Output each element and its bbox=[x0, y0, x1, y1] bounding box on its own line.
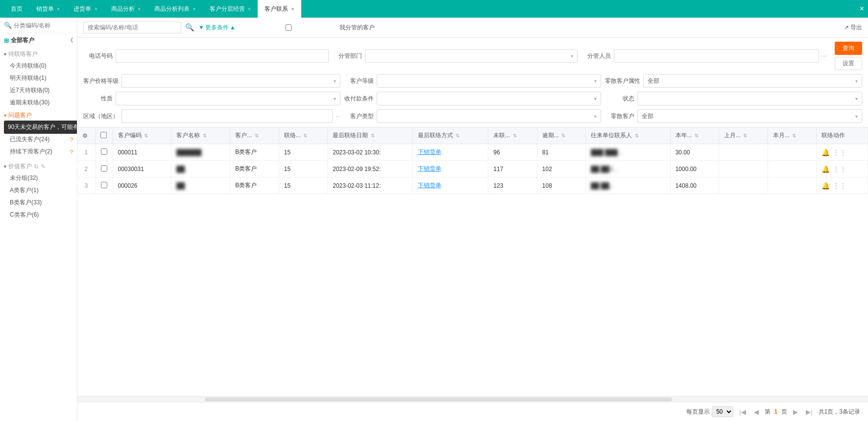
row-checkbox-0[interactable] bbox=[95, 144, 113, 161]
sort-overdue-icon[interactable]: ⇅ bbox=[561, 133, 565, 138]
sort-type-icon[interactable]: ⇅ bbox=[255, 133, 259, 138]
refresh-icon[interactable]: ↻ bbox=[34, 163, 39, 170]
nav-sales-order[interactable]: 销货单 × bbox=[29, 0, 67, 18]
more-conditions-btn[interactable]: ▼ 更多条件 ▲ bbox=[198, 24, 236, 32]
settings-button[interactable]: 设置 bbox=[835, 57, 862, 70]
sort-this-month-icon[interactable]: ⇅ bbox=[792, 133, 796, 138]
row-checkbox-1[interactable] bbox=[95, 161, 113, 177]
nav-customer-tier[interactable]: 客户分层经营 × bbox=[203, 0, 258, 18]
sort-no-contact-icon[interactable]: ⇅ bbox=[513, 133, 517, 138]
sidebar-item-b-class[interactable]: B类客户(33) bbox=[0, 197, 77, 209]
col-last-month[interactable]: 上月... ⇅ bbox=[719, 127, 768, 144]
contact-icon-0[interactable]: 🔔 bbox=[821, 149, 830, 156]
col-last-date[interactable]: 最后联络日期 ⇅ bbox=[328, 127, 412, 144]
close-customer-tier[interactable]: × bbox=[248, 6, 251, 12]
first-page-btn[interactable]: |◀ bbox=[737, 407, 747, 417]
group-pending-contact[interactable]: ▾ 待联络客户 bbox=[0, 48, 77, 60]
sidebar-item-declining[interactable]: 持续下滑客户(2) ? bbox=[0, 146, 77, 158]
my-customers-checkbox[interactable] bbox=[240, 25, 338, 31]
close-purchase-order[interactable]: × bbox=[94, 6, 97, 12]
export-button[interactable]: ↗ 导出 bbox=[844, 24, 862, 32]
sort-contact-person-icon[interactable]: ⇅ bbox=[635, 133, 639, 138]
edit-icon[interactable]: ✎ bbox=[41, 163, 46, 170]
more-action-icon-0[interactable]: ⋮⋮ bbox=[833, 149, 846, 156]
col-no-contact[interactable]: 未联... ⇅ bbox=[488, 127, 537, 144]
col-this-month[interactable]: 本月... ⇅ bbox=[768, 127, 817, 144]
customer-type-select[interactable]: ▾ bbox=[377, 109, 602, 123]
sort-last-date-icon[interactable]: ⇅ bbox=[371, 133, 375, 138]
group-problem-customers[interactable]: ▾ 问题客户 bbox=[0, 109, 77, 121]
my-customers-checkbox-area[interactable]: 我分管的客户 bbox=[240, 24, 375, 32]
sidebar-item-tomorrow[interactable]: 明天待联络(1) bbox=[0, 72, 77, 84]
col-code[interactable]: 客户编码 ⇅ bbox=[113, 127, 171, 144]
payment-select[interactable]: ▾ bbox=[377, 92, 602, 105]
nav-product-analysis[interactable]: 商品分析 × bbox=[104, 0, 147, 18]
gender-select[interactable]: ▾ bbox=[116, 92, 340, 105]
sidebar-item-overdue-contact[interactable]: 逾期未联络(30) bbox=[0, 97, 77, 109]
horizontal-scrollbar[interactable] bbox=[77, 396, 868, 402]
phone-input[interactable] bbox=[116, 49, 329, 63]
nav-purchase-order[interactable]: 进货单 × bbox=[67, 0, 104, 18]
dept-select[interactable]: ▾ bbox=[365, 49, 578, 63]
close-sales-order[interactable]: × bbox=[57, 6, 60, 12]
nav-product-analysis-list[interactable]: 商品分析列表 × bbox=[147, 0, 202, 18]
col-this-year[interactable]: 本年... ⇅ bbox=[670, 127, 719, 144]
prev-page-btn[interactable]: ◀ bbox=[752, 407, 761, 417]
row-last-method-0[interactable]: 下销货单 bbox=[412, 144, 488, 161]
col-name[interactable]: 客户名称 ⇅ bbox=[171, 127, 230, 144]
sidebar-item-ungrouped[interactable]: 未分组(32) bbox=[0, 172, 77, 184]
more-action-icon-1[interactable]: ⋮⋮ bbox=[833, 165, 846, 173]
col-type[interactable]: 客户... ⇅ bbox=[230, 127, 279, 144]
contact-icon-1[interactable]: 🔔 bbox=[821, 165, 830, 173]
region-select[interactable] bbox=[121, 109, 333, 123]
collapse-btn[interactable]: 《 bbox=[68, 37, 73, 44]
col-contact[interactable]: 联络... ⇅ bbox=[279, 127, 328, 144]
col-contact-person[interactable]: 往来单位联系人 ⇅ bbox=[586, 127, 670, 144]
search-button[interactable]: 🔍 bbox=[185, 23, 194, 32]
close-product-analysis[interactable]: × bbox=[138, 6, 141, 12]
next-page-btn[interactable]: ▶ bbox=[791, 407, 800, 417]
retail-attr-select[interactable]: 全部 ▾ bbox=[643, 74, 862, 88]
last-page-btn[interactable]: ▶| bbox=[804, 407, 814, 417]
select-all-checkbox[interactable] bbox=[100, 132, 107, 138]
region-more-btn[interactable]: ··· bbox=[336, 113, 340, 120]
col-overdue[interactable]: 逾期... ⇅ bbox=[537, 127, 586, 144]
price-level-select[interactable]: ▾ bbox=[121, 74, 340, 88]
row-last-method-1[interactable]: 下销货单 bbox=[412, 161, 488, 177]
nav-home[interactable]: 首页 bbox=[4, 0, 29, 18]
contact-icon-2[interactable]: 🔔 bbox=[821, 182, 830, 190]
row-index-0: 1 bbox=[77, 144, 95, 161]
sidebar-item-c-class[interactable]: C类客户(6) bbox=[0, 209, 77, 221]
query-button[interactable]: 查询 bbox=[835, 42, 862, 55]
sort-name-icon[interactable]: ⇅ bbox=[203, 133, 207, 138]
sort-code-icon[interactable]: ⇅ bbox=[144, 133, 148, 138]
customer-level-select[interactable]: ▾ bbox=[377, 74, 602, 88]
close-product-analysis-list[interactable]: × bbox=[193, 6, 195, 12]
more-action-icon-2[interactable]: ⋮⋮ bbox=[833, 182, 846, 190]
sort-last-method-icon[interactable]: ⇅ bbox=[456, 133, 459, 138]
sidebar-item-churned[interactable]: 已流失客户(24) ? bbox=[0, 133, 77, 146]
search-input[interactable] bbox=[83, 22, 181, 33]
retail-customer-select[interactable]: 全部 ▾ bbox=[637, 109, 862, 123]
all-customers-header[interactable]: ⊞ 全部客户 《 bbox=[0, 33, 77, 48]
status-select[interactable]: ▾ bbox=[637, 92, 862, 105]
sort-this-year-icon[interactable]: ⇅ bbox=[695, 133, 699, 138]
manager-more-btn[interactable]: ··· bbox=[822, 52, 827, 59]
nav-customer-contact[interactable]: 客户联系 × bbox=[258, 0, 301, 18]
row-last-method-2[interactable]: 下销货单 bbox=[412, 177, 488, 194]
sort-contact-icon[interactable]: ⇅ bbox=[303, 133, 307, 138]
sidebar-item-a-class[interactable]: A类客户(1) bbox=[0, 184, 77, 197]
close-all-button[interactable]: × bbox=[860, 4, 864, 13]
close-customer-contact[interactable]: × bbox=[291, 6, 294, 12]
per-page-select[interactable]: 50 bbox=[712, 406, 733, 417]
settings-icon[interactable]: ⚙ bbox=[82, 132, 88, 139]
row-checkbox-2[interactable] bbox=[95, 177, 113, 194]
sort-last-month-icon[interactable]: ⇅ bbox=[743, 133, 747, 138]
sidebar-item-today[interactable]: 今天待联络(0) bbox=[0, 60, 77, 72]
col-last-method[interactable]: 最后联络方式 ⇅ bbox=[412, 127, 488, 144]
manager-select[interactable] bbox=[614, 49, 819, 63]
filter-manager: 分管人员 ··· bbox=[581, 49, 827, 63]
sidebar-search-input[interactable] bbox=[14, 22, 73, 29]
sidebar-item-7days[interactable]: 近7天待联络(0) bbox=[0, 84, 77, 97]
group-value-customers[interactable]: ▾ 价值客户 ↻ ✎ bbox=[0, 160, 77, 172]
